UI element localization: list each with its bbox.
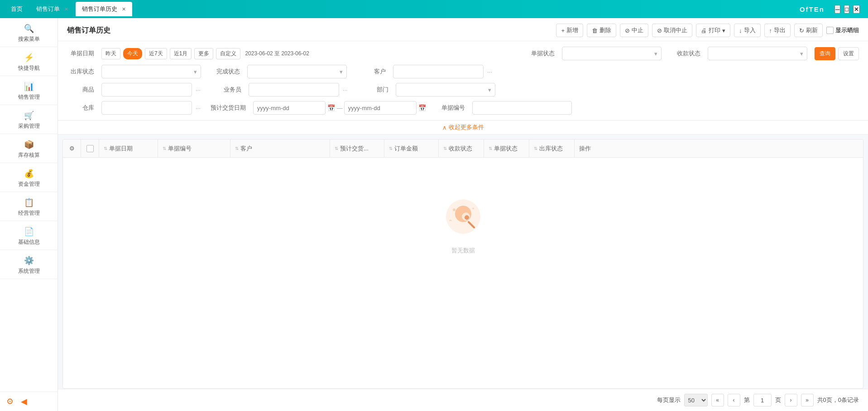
- collapse-sidebar-icon[interactable]: ◀: [21, 396, 27, 406]
- per-page-select[interactable]: 50 10 20 100: [684, 394, 708, 406]
- sidebar-item-sales-label: 销售管理: [18, 93, 40, 101]
- toolbar: + 新增 🗑 删除 ⊘ 中止 ⊘ 取消中止 🖨 打印: [556, 24, 859, 37]
- th-delivery-label: 预计交货...: [340, 145, 369, 153]
- import-icon: ↓: [739, 27, 742, 34]
- date-7days-btn[interactable]: 近7天: [145, 48, 167, 59]
- close-btn[interactable]: ✕: [853, 5, 860, 14]
- table-container: ⚙ ⇅ 单据日期 ⇅ 单据编号 ⇅ 客户 ⇅: [62, 139, 863, 389]
- th-settings[interactable]: ⚙: [63, 140, 81, 157]
- export-button[interactable]: ↑ 导出: [764, 24, 791, 37]
- sidebar-item-purchase[interactable]: 🛒 采购管理: [0, 105, 58, 134]
- date-more-btn[interactable]: 更多: [194, 48, 213, 59]
- print-button[interactable]: 🖨 打印 ▾: [696, 24, 730, 37]
- maximize-btn[interactable]: □: [844, 5, 849, 14]
- import-button[interactable]: ↓ 导入: [734, 24, 761, 37]
- display-columns-checkbox[interactable]: [826, 27, 834, 34]
- delivery-date-end[interactable]: [344, 101, 417, 115]
- display-columns-toggle[interactable]: 显示晒细: [826, 26, 859, 34]
- nav-icon: ⚡: [24, 53, 34, 63]
- goods-input[interactable]: [101, 83, 192, 97]
- doc-status-select[interactable]: ▾: [562, 47, 662, 60]
- delivery-end-calendar-icon[interactable]: 📅: [418, 104, 426, 111]
- complete-status-select[interactable]: ▾: [247, 65, 347, 78]
- refresh-button[interactable]: ↻ 刷新: [794, 24, 823, 37]
- date-custom-btn[interactable]: 自定义: [216, 48, 240, 59]
- doc-num-input[interactable]: [472, 101, 572, 115]
- add-button[interactable]: + 新增: [556, 24, 583, 37]
- salesperson-dots-icon[interactable]: ···: [341, 86, 350, 94]
- collapse-bar[interactable]: ∧ 收起更多条件: [58, 121, 868, 135]
- page-number-input[interactable]: [753, 394, 772, 406]
- sidebar-item-system[interactable]: ⚙️ 系统管理: [0, 250, 58, 279]
- empty-state: 暂无数据: [63, 158, 863, 291]
- tab-sales-order[interactable]: 销售订单 ✕: [30, 2, 75, 16]
- cancel-stop-button[interactable]: ⊘ 取消中止: [652, 24, 692, 37]
- out-status-label: 出库状态: [67, 68, 94, 76]
- date-1month-btn[interactable]: 近1月: [170, 48, 192, 59]
- date-today-btn[interactable]: 今天: [123, 48, 142, 59]
- cancel-stop-label: 取消中止: [664, 26, 687, 34]
- th-delivery[interactable]: ⇅ 预计交货...: [330, 140, 384, 157]
- date-yesterday-btn[interactable]: 昨天: [101, 48, 120, 59]
- system-icon: ⚙️: [24, 256, 34, 266]
- total-text: 共0页，0条记录: [817, 396, 859, 404]
- filter-row-2: 出库状态 ▾ 完成状态 ▾ 客户 ···: [67, 65, 859, 78]
- delivery-date-start[interactable]: [253, 101, 326, 115]
- management-icon: 📋: [24, 198, 34, 208]
- customer-input[interactable]: [393, 65, 484, 78]
- header-checkbox[interactable]: [86, 145, 94, 152]
- th-pay-status[interactable]: ⇅ 收款状态: [439, 140, 484, 157]
- dept-select[interactable]: ▾: [396, 83, 495, 97]
- settings-bottom-icon[interactable]: ⚙: [6, 396, 14, 406]
- tab-home[interactable]: 首页: [5, 2, 29, 16]
- first-page-btn[interactable]: «: [711, 394, 724, 406]
- tab-sales-order-close[interactable]: ✕: [64, 6, 68, 12]
- salesperson-input[interactable]: [249, 83, 339, 97]
- th-amount[interactable]: ⇅ 订单金额: [384, 140, 439, 157]
- goods-dots-icon[interactable]: ···: [194, 86, 202, 94]
- refresh-label: 刷新: [806, 26, 818, 34]
- th-amount-label: 订单金额: [394, 145, 418, 153]
- last-page-btn[interactable]: »: [801, 394, 814, 406]
- customer-dots-icon[interactable]: ···: [485, 68, 494, 76]
- query-button[interactable]: 查询: [815, 47, 835, 60]
- tab-sales-order-history-close[interactable]: ✕: [122, 6, 126, 12]
- th-out-status[interactable]: ⇅ 出库状态: [529, 140, 575, 157]
- warehouse-input[interactable]: [101, 101, 192, 115]
- settings-button[interactable]: 设置: [838, 47, 859, 60]
- th-doc-status[interactable]: ⇅ 单据状态: [484, 140, 529, 157]
- sidebar-item-search[interactable]: 🔍 搜索菜单: [0, 18, 58, 47]
- sidebar-item-nav[interactable]: ⚡ 快捷导航: [0, 47, 58, 76]
- th-date-label: 单据日期: [109, 145, 133, 153]
- sort-out-status-icon: ⇅: [534, 146, 537, 151]
- prev-page-btn[interactable]: ‹: [728, 394, 740, 406]
- sidebar-item-sales[interactable]: 📊 销售管理: [0, 76, 58, 105]
- sidebar-item-management[interactable]: 📋 经营管理: [0, 192, 58, 221]
- minimize-btn[interactable]: ─: [834, 5, 840, 14]
- next-page-btn[interactable]: ›: [785, 394, 797, 406]
- th-num[interactable]: ⇅ 单据编号: [158, 140, 230, 157]
- delete-button[interactable]: 🗑 删除: [587, 24, 616, 37]
- svg-point-3: [465, 215, 469, 220]
- payment-status-select[interactable]: ▾: [708, 47, 807, 60]
- sidebar-item-finance[interactable]: 💰 资金管理: [0, 163, 58, 192]
- th-date[interactable]: ⇅ 单据日期: [99, 140, 158, 157]
- th-pay-status-label: 收款状态: [449, 145, 472, 153]
- delivery-start-calendar-icon[interactable]: 📅: [327, 104, 335, 111]
- stop-label: 中止: [632, 26, 643, 34]
- sidebar-item-purchase-label: 采购管理: [18, 122, 40, 130]
- page-header: 销售订单历史 + 新增 🗑 删除 ⊘ 中止 ⊘ 取消中止: [58, 18, 868, 41]
- date-filter-control: 昨天 今天 近7天 近1月 更多 自定义 2023-06-02 至 2023-0…: [101, 48, 516, 59]
- tab-sales-order-history[interactable]: 销售订单历史 ✕: [76, 2, 132, 16]
- sidebar-item-inventory[interactable]: 📦 库存核算: [0, 134, 58, 163]
- out-status-select[interactable]: ▾: [101, 65, 201, 78]
- sidebar-item-basics[interactable]: 📄 基础信息: [0, 221, 58, 250]
- goods-label: 商品: [67, 86, 94, 94]
- stop-button[interactable]: ⊘ 中止: [620, 24, 648, 37]
- main-layout: 🔍 搜索菜单 ⚡ 快捷导航 📊 销售管理 🛒 采购管理 📦 库存核算 💰 资金管…: [0, 18, 868, 411]
- th-checkbox[interactable]: [81, 140, 99, 157]
- warehouse-dots-icon[interactable]: ···: [194, 104, 202, 112]
- empty-text: 暂无数据: [451, 247, 475, 255]
- sidebar-item-finance-label: 资金管理: [18, 180, 40, 188]
- th-customer[interactable]: ⇅ 客户: [230, 140, 330, 157]
